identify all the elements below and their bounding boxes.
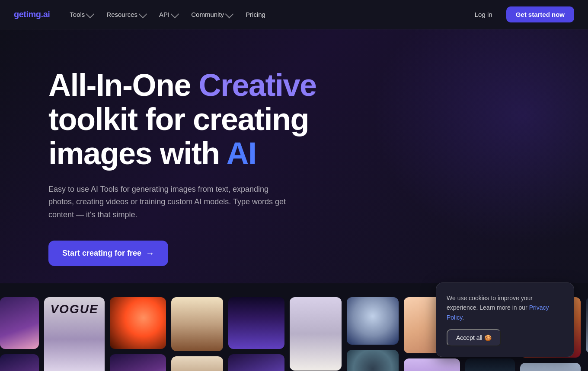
nav-item-community[interactable]: Community: [185, 7, 238, 22]
gallery-image: [0, 297, 39, 349]
logo-text-before: getimg: [14, 10, 41, 19]
gallery-image: [520, 363, 581, 371]
gallery-image: [347, 297, 399, 345]
logo[interactable]: getimg.ai: [14, 10, 50, 19]
nav-api-label: API: [159, 11, 169, 18]
gallery-image: [228, 297, 284, 349]
headline-part1: All-In-One: [48, 68, 198, 102]
hero-subtitle: Easy to use AI Tools for generating imag…: [48, 183, 295, 222]
gallery-image: VOGUE: [44, 297, 105, 371]
headline-creative: Creative: [198, 68, 316, 102]
gallery-image: [171, 356, 223, 371]
gallery-image: [404, 358, 460, 371]
nav-right: Log in Get started now: [466, 6, 574, 22]
navbar: getimg.ai Tools Resources API Community …: [0, 0, 588, 29]
nav-resources-label: Resources: [106, 11, 137, 18]
chevron-down-icon: [86, 10, 95, 18]
nav-item-api[interactable]: API: [153, 7, 183, 22]
nav-pricing-label: Pricing: [246, 11, 265, 18]
chevron-down-icon: [171, 10, 179, 18]
image-col-5: [228, 297, 284, 371]
chevron-down-icon: [139, 10, 147, 18]
image-col-7: [347, 297, 399, 371]
hero-headline: All-In-One Creative toolkit for creating…: [48, 68, 389, 171]
gallery-image: [110, 354, 166, 371]
gallery-image: [586, 297, 588, 353]
hero-section: All-In-One Creative toolkit for creating…: [0, 29, 588, 283]
nav-item-pricing[interactable]: Pricing: [240, 7, 272, 22]
login-button[interactable]: Log in: [466, 7, 501, 22]
vogue-text: VOGUE: [50, 302, 98, 316]
nav-community-label: Community: [191, 11, 224, 18]
image-col-11: [586, 297, 588, 371]
nav-left: getimg.ai Tools Resources API Community …: [14, 7, 272, 22]
cookie-banner: We use cookies to improve your experienc…: [436, 282, 574, 357]
gallery-image: [171, 297, 223, 351]
gallery-image: [228, 354, 284, 371]
image-col-4: [171, 297, 223, 371]
chevron-down-icon: [225, 10, 234, 18]
gallery-image: [290, 297, 342, 371]
nav-item-resources[interactable]: Resources: [100, 7, 151, 22]
cookie-message: We use cookies to improve your experienc…: [447, 293, 563, 322]
nav-tools-label: Tools: [70, 11, 85, 18]
start-creating-button[interactable]: Start creating for free →: [48, 241, 168, 266]
headline-ai: AI: [226, 136, 256, 171]
image-col-3: [110, 297, 166, 371]
image-col-1: [0, 297, 39, 371]
gallery-image: [0, 354, 39, 371]
nav-item-tools[interactable]: Tools: [64, 7, 99, 22]
nav-links: Tools Resources API Community Pricing: [64, 7, 272, 22]
start-creating-label: Start creating for free: [62, 249, 141, 258]
arrow-right-icon: →: [146, 248, 154, 258]
gallery-image: [110, 297, 166, 349]
image-col-6: [290, 297, 342, 371]
logo-text-after: ai: [43, 10, 50, 19]
image-col-2: VOGUE: [44, 297, 105, 371]
gallery-image: [465, 358, 515, 371]
gallery-image: [347, 350, 399, 371]
get-started-button[interactable]: Get started now: [506, 6, 574, 22]
headline-part2: toolkit for creating images with: [48, 102, 309, 171]
hero-content: All-In-One Creative toolkit for creating…: [0, 29, 389, 283]
accept-cookies-button[interactable]: Accept all 🍪: [447, 329, 501, 346]
cookie-suffix: .: [462, 314, 464, 321]
cookie-message-text: We use cookies to improve your experienc…: [447, 295, 533, 311]
